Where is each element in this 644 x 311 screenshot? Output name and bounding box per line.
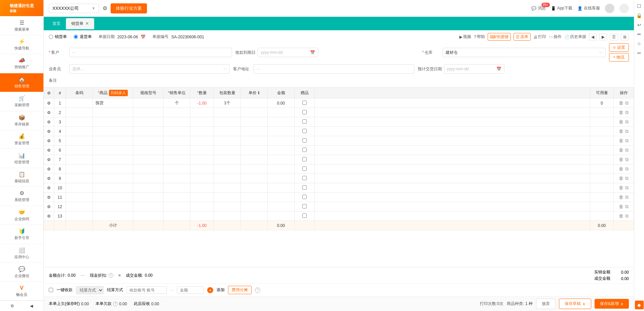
cell-unit-8[interactable] [163,174,190,183]
cell-spec-1[interactable] [133,108,163,117]
cell-qty-12[interactable] [190,211,214,221]
settings-button[interactable]: ⊙ 设置 [609,43,629,52]
cell-gift-0[interactable] [295,99,315,108]
sidebar-item-basic-info[interactable]: 📋 基础信息 [0,168,43,187]
cell-product-5[interactable] [93,146,133,155]
gift-check-3[interactable] [302,129,307,133]
cell-gift-5[interactable] [295,146,315,155]
cell-settings-11[interactable]: ⚙ [44,202,54,211]
cell-amount-8[interactable] [268,174,295,183]
cell-settings-12[interactable]: ⚙ [44,211,54,221]
cell-barcode-8[interactable] [66,174,93,183]
copy-icon-7[interactable]: ⧉ [625,166,629,172]
cell-gift-9[interactable] [295,183,315,193]
th-settings[interactable]: ⚙ [44,88,54,99]
cell-barcode-3[interactable] [66,127,93,136]
cell-product-8[interactable] [93,174,133,183]
cell-gift-2[interactable] [295,117,315,127]
rs-btn-3[interactable]: ↩ [635,21,644,29]
cell-qty-3[interactable] [190,127,214,136]
online-service-btn[interactable]: 👤 在线客服 [577,5,600,11]
sidebar-item-system[interactable]: ⚙ 系统管理 [0,187,43,206]
cell-product-10[interactable] [93,193,133,202]
gift-check-12[interactable] [302,213,307,218]
radio-sale[interactable]: 销货单 [49,34,67,40]
copy-icon-0[interactable]: ⧉ [625,100,629,106]
radio-return-input[interactable] [74,35,78,39]
cell-pkg-6[interactable] [214,155,241,164]
delete-icon-12[interactable]: 🗑 [619,213,623,219]
cell-gift-7[interactable] [295,164,315,174]
cell-qty-5[interactable] [190,146,214,155]
save-new-button[interactable]: 保存&新增 ∧ [595,299,629,309]
sidebar-item-guide[interactable]: 🔰 新手引导 [0,225,43,244]
cell-amount-7[interactable] [268,164,295,174]
cell-gift-8[interactable] [295,174,315,183]
calendar-icon[interactable]: 📅 [141,35,146,39]
help-btn[interactable]: ? 帮助 [474,34,485,40]
sidebar-item-enterprise[interactable]: 🤝 企业协同 [0,206,43,225]
sidebar-item-inventory[interactable]: 📦 库存核算 [0,111,43,130]
cell-qty-7[interactable] [190,164,214,174]
cell-gift-10[interactable] [295,193,315,202]
delete-icon-10[interactable]: 🗑 [619,194,623,200]
cell-spec-3[interactable] [133,127,163,136]
cell-pkg-2[interactable] [214,117,241,127]
radio-sale-input[interactable] [49,35,53,39]
cell-settings-1[interactable]: ⚙ [44,108,54,117]
cell-unit-2[interactable] [163,117,190,127]
cell-unit-1[interactable] [163,108,190,117]
cell-product-12[interactable] [93,211,133,221]
delete-icon-0[interactable]: 🗑 [619,100,623,106]
cell-pkg-1[interactable] [214,108,241,117]
one-click-payment-check[interactable] [49,288,53,292]
user-avatar2[interactable] [619,4,629,13]
customer-input[interactable]: ··· [69,48,232,57]
gift-check-5[interactable] [302,148,307,152]
remark-input[interactable] [71,76,629,84]
tab-sales-order[interactable]: 销货单 ✕ [66,18,94,29]
rs-btn-6[interactable]: ✂ [635,49,644,57]
cell-product-11[interactable] [93,202,133,211]
user-avatar[interactable] [605,4,614,13]
cell-price-2[interactable] [241,117,268,127]
cell-gift-1[interactable] [295,108,315,117]
cell-pkg-5[interactable] [214,146,241,155]
cell-price-4[interactable] [241,136,268,146]
copy-icon-10[interactable]: ⧉ [625,194,629,200]
fee-help-icon[interactable]: ? [255,287,260,293]
cell-product-7[interactable] [93,164,133,174]
cell-price-7[interactable] [241,164,268,174]
cell-gift-3[interactable] [295,127,315,136]
due-date-input[interactable]: yyyy-mm-dd 📅 [258,48,318,57]
sidebar-item-marketing[interactable]: 📣 营销推广 [0,54,43,73]
delete-icon-5[interactable]: 🗑 [619,147,623,153]
cell-product-9[interactable] [93,183,133,193]
cell-settings-0[interactable]: ⚙ [44,99,54,108]
gift-check-8[interactable] [302,176,307,180]
copy-icon-9[interactable]: ⧉ [625,185,629,191]
delete-icon-2[interactable]: 🗑 [619,119,623,125]
cell-settings-7[interactable]: ⚙ [44,164,54,174]
cell-product-4[interactable] [93,136,133,146]
cell-pkg-9[interactable] [214,183,241,193]
gift-check-4[interactable] [302,138,307,143]
copy-icon-2[interactable]: ⧉ [625,119,629,125]
cell-unit-9[interactable] [163,183,190,193]
cell-spec-2[interactable] [133,117,163,127]
cell-amount-11[interactable] [268,202,295,211]
cell-qty-10[interactable] [190,193,214,202]
sidebar-item-weixin[interactable]: 💬 企业微信 [0,263,43,282]
cell-product-2[interactable] [93,117,133,127]
cell-settings-4[interactable]: ⚙ [44,136,54,146]
cell-settings-5[interactable]: ⚙ [44,146,54,155]
select-order-btn[interactable]: ☰ 选单 [514,33,531,41]
copy-icon-5[interactable]: ⧉ [625,147,629,153]
cell-qty-1[interactable] [190,108,214,117]
cell-amount-2[interactable] [268,117,295,127]
cell-price-10[interactable] [241,193,268,202]
cell-price-9[interactable] [241,183,268,193]
cell-gift-11[interactable] [295,202,315,211]
cell-settings-9[interactable]: ⚙ [44,183,54,193]
app-download-btn[interactable]: 📱 App下载 [551,5,572,11]
